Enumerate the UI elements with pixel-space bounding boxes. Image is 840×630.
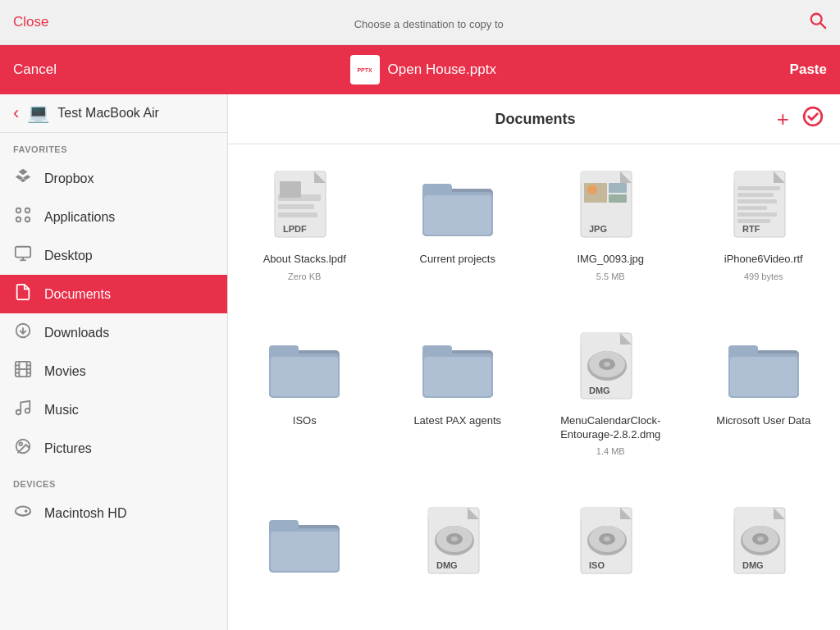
sidebar-item-music[interactable]: Music xyxy=(0,390,227,429)
file-info: PPTX Open House.pptx xyxy=(350,55,496,84)
close-button[interactable]: Close xyxy=(13,14,48,30)
file-size: 5.5 MB xyxy=(596,272,625,281)
music-icon xyxy=(13,399,33,421)
top-bar: Close Choose a destination to copy to xyxy=(0,0,840,45)
svg-text:DMG: DMG xyxy=(589,386,610,395)
svg-rect-43 xyxy=(609,194,627,203)
sidebar-item-pictures[interactable]: Pictures xyxy=(0,429,227,468)
svg-rect-40 xyxy=(581,171,620,183)
file-item-latest-pax[interactable]: Latest PAX agents xyxy=(381,314,535,490)
file-item-current-projects[interactable]: Current projects xyxy=(381,153,535,314)
file-name: MenuCalendarClock-Entourage-2.8.2.dmg xyxy=(553,414,668,442)
svg-point-25 xyxy=(804,107,822,126)
dmg-icon: DMG xyxy=(723,502,805,584)
sidebar-item-desktop[interactable]: Desktop xyxy=(0,236,227,275)
sidebar-item-documents[interactable]: Documents xyxy=(0,275,227,313)
file-item-folder-b1[interactable] xyxy=(228,489,381,622)
add-button[interactable]: + xyxy=(777,107,789,132)
file-name: Open House.pptx xyxy=(388,62,496,78)
checkmark-button[interactable] xyxy=(802,106,824,132)
dmg-icon: DMG xyxy=(417,502,499,584)
svg-rect-42 xyxy=(609,183,627,193)
search-icon[interactable] xyxy=(809,11,827,33)
svg-rect-49 xyxy=(737,186,780,190)
svg-point-44 xyxy=(587,185,597,194)
svg-rect-48 xyxy=(734,171,774,183)
device-name: Test MacBook Air xyxy=(57,106,159,121)
file-size: 499 bytes xyxy=(744,272,783,281)
svg-rect-6 xyxy=(16,247,30,258)
sidebar-item-label: Music xyxy=(44,403,79,418)
sidebar-item-applications[interactable]: Applications xyxy=(0,198,227,236)
file-item-img-0093[interactable]: JPG IMG_0093.jpg 5.5 MB xyxy=(534,153,687,314)
back-button[interactable]: ‹ xyxy=(13,104,19,122)
sidebar-item-label: Documents xyxy=(44,287,111,302)
files-grid: LPDF About Stacks.lpdf Zero KB Current p… xyxy=(228,144,840,630)
svg-rect-90 xyxy=(581,508,620,519)
folder-icon xyxy=(723,327,805,409)
file-item-iphone6video[interactable]: RTF iPhone6Video.rtf 499 bytes xyxy=(687,153,841,314)
svg-point-94 xyxy=(604,536,610,541)
file-item-dmg-b4[interactable]: DMG xyxy=(687,489,841,622)
pptx-icon: PPTX xyxy=(350,55,380,84)
svg-text:DMG: DMG xyxy=(436,560,458,570)
movies-icon xyxy=(13,360,33,382)
svg-point-5 xyxy=(25,217,30,222)
file-item-isos[interactable]: ISOs xyxy=(228,314,381,490)
sidebar-item-movies[interactable]: Movies xyxy=(0,352,227,390)
paste-button[interactable]: Paste xyxy=(790,62,827,78)
svg-rect-52 xyxy=(737,206,767,210)
svg-rect-59 xyxy=(271,357,338,396)
svg-rect-66 xyxy=(581,333,620,345)
svg-text:DMG: DMG xyxy=(742,560,764,570)
svg-rect-37 xyxy=(424,195,491,235)
applications-icon xyxy=(13,206,33,228)
file-item-microsoft-user[interactable]: Microsoft User Data xyxy=(687,314,841,490)
svg-line-1 xyxy=(820,23,825,28)
devices-label: DEVICES xyxy=(0,468,227,494)
svg-text:LPDF: LPDF xyxy=(283,224,307,234)
file-item-dmg-b2[interactable]: DMG xyxy=(381,489,535,622)
sidebar-item-macintosh-hd[interactable]: Macintosh HD xyxy=(0,494,227,532)
svg-rect-50 xyxy=(737,193,774,197)
svg-text:JPG: JPG xyxy=(589,224,607,234)
red-header: Cancel PPTX Open House.pptx Paste xyxy=(0,45,840,94)
sidebar-item-dropbox[interactable]: Dropbox xyxy=(0,159,227,198)
main-layout: ‹ 💻 Test MacBook Air FAVORITES Dropbox xyxy=(0,94,840,630)
svg-rect-31 xyxy=(278,212,317,217)
content-header: Documents + xyxy=(228,94,840,144)
desktop-icon xyxy=(13,244,33,267)
sidebar: ‹ 💻 Test MacBook Air FAVORITES Dropbox xyxy=(0,94,228,630)
file-name: Microsoft User Data xyxy=(716,414,810,428)
iso-icon: ISO xyxy=(569,502,651,584)
cancel-button[interactable]: Cancel xyxy=(13,62,57,78)
documents-icon xyxy=(13,283,33,305)
hd-icon xyxy=(13,502,33,524)
svg-point-70 xyxy=(604,362,610,367)
file-name: About Stacks.lpdf xyxy=(263,253,346,267)
sidebar-item-label: Applications xyxy=(44,210,115,225)
sidebar-item-label: Pictures xyxy=(44,441,92,456)
svg-text:ISO: ISO xyxy=(589,560,605,570)
svg-rect-30 xyxy=(278,204,314,209)
svg-rect-79 xyxy=(271,532,338,571)
file-size: 1.4 MB xyxy=(596,446,625,456)
header-actions: + xyxy=(777,106,824,132)
pictures-icon xyxy=(13,437,33,459)
svg-point-102 xyxy=(757,536,764,541)
svg-rect-28 xyxy=(275,171,314,183)
folder-icon xyxy=(263,327,345,409)
svg-rect-82 xyxy=(428,508,468,519)
file-name: Latest PAX agents xyxy=(413,414,501,428)
file-item-iso-b3[interactable]: ISO xyxy=(534,489,687,622)
file-item-menucalendar[interactable]: DMG MenuCalendarClock-Entourage-2.8.2.dm… xyxy=(534,314,687,490)
rtf-icon: RTF xyxy=(723,166,805,248)
svg-point-20 xyxy=(25,409,30,413)
file-item-about-stacks[interactable]: LPDF About Stacks.lpdf Zero KB xyxy=(228,153,381,314)
svg-point-19 xyxy=(16,410,21,415)
content-title: Documents xyxy=(294,111,777,128)
svg-rect-32 xyxy=(280,181,301,198)
content-area: Documents + xyxy=(228,94,840,630)
file-name: Current projects xyxy=(420,253,495,267)
sidebar-item-downloads[interactable]: Downloads xyxy=(0,313,227,352)
